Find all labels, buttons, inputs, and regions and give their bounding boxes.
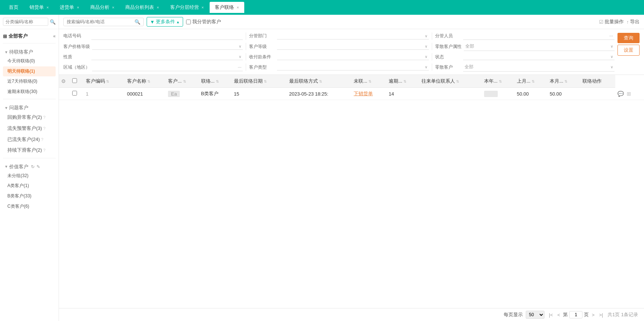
filter-customer-level-select[interactable]: ∨ (277, 43, 428, 50)
th-code[interactable]: 客户编码 ⇅ (84, 75, 125, 88)
nav-item-sales[interactable]: 销货单× (24, 2, 54, 13)
sort-icon-last-month[interactable]: ⇅ (532, 79, 535, 83)
my-customers-checkbox[interactable] (186, 20, 191, 24)
filter-region-ellipsis[interactable]: ··· (238, 65, 241, 70)
sidebar-item-today-contact[interactable]: 今天待联络(0) (3, 56, 56, 66)
th-type[interactable]: 客户... ⇅ (166, 75, 199, 88)
sidebar-item-b-customers[interactable]: B类客户(33) (3, 191, 56, 201)
nav-home[interactable]: 首页 (4, 2, 24, 13)
sidebar-item-a-customers[interactable]: A类客户(1) (3, 181, 56, 191)
sort-icon-name[interactable]: ⇅ (147, 79, 150, 83)
filter-dept-select[interactable]: ∨ (277, 33, 428, 39)
last-page-button[interactable]: >| (598, 311, 605, 318)
set-button[interactable]: 设置 (617, 45, 640, 56)
per-page-select[interactable]: 50 100 200 (526, 311, 545, 319)
th-last-method[interactable]: 最后联络方式 ⇅ (287, 75, 351, 88)
filter-scatter-customer-select[interactable]: 全部 ∨ (463, 63, 615, 72)
nav-item-customer-contact[interactable]: 客户联络× (210, 2, 244, 13)
sort-icon-code[interactable]: ⇅ (106, 79, 109, 83)
th-last-date[interactable]: 最后联络日期 ⇅ (232, 75, 287, 88)
sidebar-search-input[interactable] (3, 18, 48, 26)
sidebar-all-customers[interactable]: ⊞ 全部客户 « (3, 31, 56, 41)
nav-close-customer-tier[interactable]: × (202, 5, 204, 10)
filter-divider-v-4 (432, 43, 432, 50)
prev-page-button[interactable]: < (556, 311, 562, 318)
th-this-year[interactable]: 本年... ⇅ (482, 75, 515, 88)
query-button[interactable]: 查询 (617, 33, 640, 43)
filter-nature-select[interactable]: ∨ (91, 54, 243, 60)
problem-customers-label[interactable]: ▼ 问题客户 (3, 103, 56, 112)
sort-icon-contact[interactable]: ⇅ (216, 79, 219, 83)
filter-manager-select[interactable]: ··· (463, 32, 615, 40)
row-checkbox[interactable] (72, 91, 77, 96)
filter-dept-arrow: ∨ (425, 34, 427, 38)
sort-icon-this-year[interactable]: ⇅ (499, 79, 502, 83)
sort-icon-contact-person[interactable]: ⇅ (456, 79, 459, 83)
sidebar-collapse-icon[interactable]: « (53, 34, 56, 39)
pending-contact-label[interactable]: ▼ 待联络客户 (3, 47, 56, 56)
th-last-month[interactable]: 上月... ⇅ (515, 75, 547, 88)
select-all-checkbox[interactable] (72, 78, 77, 83)
sort-icon-overdue[interactable]: ⇅ (403, 79, 406, 83)
filter-customer-type-select[interactable]: ∨ (277, 64, 428, 70)
sidebar-item-ungrouped[interactable]: 未分组(32) (3, 171, 56, 181)
sidebar-item-overdue-contact[interactable]: 逾期未联络(30) (3, 87, 56, 97)
sort-icon-this-month[interactable]: ⇅ (564, 79, 567, 83)
sort-icon-last-date[interactable]: ⇅ (264, 79, 267, 83)
filter-manager-ellipsis[interactable]: ··· (609, 33, 613, 38)
sidebar-item-declining[interactable]: 持续下滑客户(2) ? (3, 145, 56, 156)
sidebar-item-7days-contact[interactable]: 近7天待联络(0) (3, 76, 56, 87)
page-number-input[interactable] (569, 311, 582, 318)
sort-icon-uncontact[interactable]: ⇅ (368, 79, 371, 83)
nav-item-product-list[interactable]: 商品分析列表× (120, 2, 164, 13)
filter-divider-v-7 (246, 63, 246, 71)
filter-status-select[interactable]: ∨ (463, 54, 615, 60)
refresh-icon[interactable]: ↻ (31, 164, 35, 169)
sidebar-search-icon[interactable]: 🔍 (50, 19, 56, 25)
next-page-button[interactable]: > (590, 311, 596, 318)
batch-op-button[interactable]: ☑ 批量操作 (599, 18, 624, 25)
nav-close-sales[interactable]: × (46, 5, 49, 10)
th-this-month[interactable]: 本月... ⇅ (547, 75, 580, 88)
filter-payment-select[interactable]: ∨ (277, 54, 428, 60)
my-customers-checkbox-label[interactable]: 我分管的客户 (186, 18, 221, 25)
filter-scatter-attr-select[interactable]: 全部 ∨ (464, 42, 615, 51)
action-qr-icon[interactable]: ⊞ (627, 91, 631, 97)
settings-icon[interactable]: ⚙ (61, 78, 66, 84)
th-uncontact[interactable]: 未联... ⇅ (351, 75, 386, 88)
sidebar-item-repurchase-anomaly[interactable]: 回购异常客户(2) ? (3, 112, 56, 123)
nav-close-product-list[interactable]: × (157, 5, 159, 10)
td-overdue (419, 88, 482, 100)
nav-close-product-analysis[interactable]: × (112, 5, 114, 10)
sidebar-item-tomorrow-contact[interactable]: 明天待联络(1) (3, 66, 56, 77)
th-contact-person[interactable]: 往来单位联系人 ⇅ (419, 75, 482, 88)
filter-phone-input[interactable] (91, 32, 243, 40)
toolbar-search-icon[interactable]: 🔍 (134, 19, 140, 25)
filter-price-level-select[interactable]: ∨ (92, 43, 243, 50)
edit-icon[interactable]: ✎ (36, 164, 40, 169)
nav-item-purchase[interactable]: 进货单× (55, 2, 84, 13)
th-name[interactable]: 客户名称 ⇅ (125, 75, 166, 88)
nav-item-product-analysis[interactable]: 商品分析× (85, 2, 119, 13)
last-method-link[interactable]: 下销货单 (354, 91, 373, 96)
more-filter-button[interactable]: ▼ 更多条件 ▲ (147, 17, 183, 27)
sort-icon-last-method[interactable]: ⇅ (319, 79, 322, 83)
th-uncontact-label: 未联... (354, 78, 367, 84)
first-page-button[interactable]: |< (547, 311, 554, 318)
nav-close-customer-contact[interactable]: × (237, 5, 239, 10)
value-customers-label[interactable]: ▼ 价值客户 ↻ ✎ (3, 162, 56, 171)
sidebar-item-churned[interactable]: 已流失客户(24) ? (3, 134, 56, 145)
action-chat-icon[interactable]: 💬 (617, 91, 624, 97)
export-button[interactable]: ↑ 导出 (627, 18, 640, 25)
th-overdue[interactable]: 逾期... ⇅ (386, 75, 419, 88)
filter-region-select[interactable]: ··· (92, 63, 243, 71)
sidebar-item-c-customers[interactable]: C类客户(6) (3, 201, 56, 212)
nav-item-customer-tier[interactable]: 客户分层经营× (165, 2, 209, 13)
nav-close-purchase[interactable]: × (77, 5, 79, 10)
th-contact[interactable]: 联络... ⇅ (199, 75, 232, 88)
batch-icon: ☑ (599, 19, 603, 25)
sort-icon-type[interactable]: ⇅ (183, 79, 186, 83)
search-input[interactable] (67, 19, 133, 24)
question-icon-4: ? (43, 148, 45, 152)
sidebar-item-churn-warning[interactable]: 流失预警客户(3) ? (3, 123, 56, 134)
